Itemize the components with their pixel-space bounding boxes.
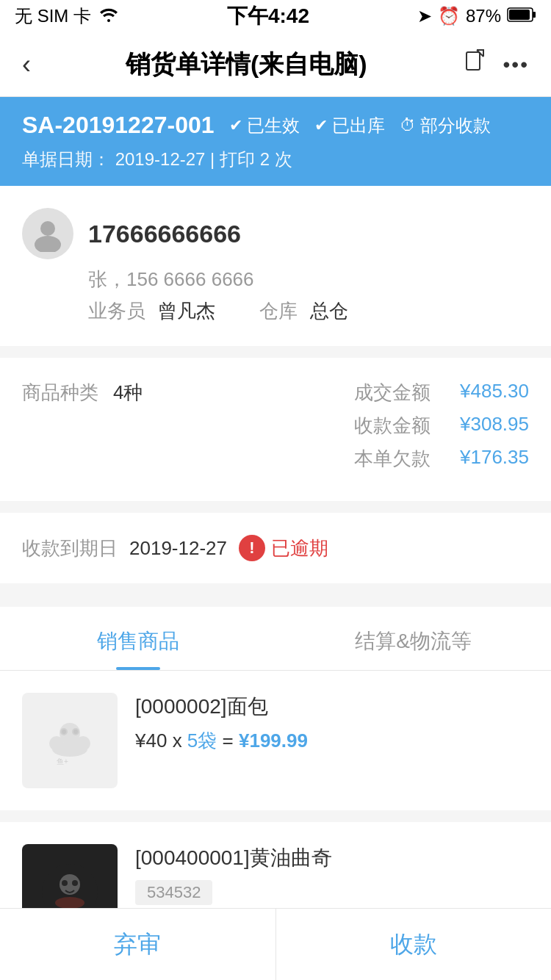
svg-rect-3 [467, 52, 480, 70]
badge-shipped: ✔ 已出库 [314, 114, 385, 137]
more-button[interactable]: ••• [503, 53, 529, 76]
amount-row: 成交金额 ¥485.30 [354, 380, 529, 406]
badge-effective: ✔ 已生效 [229, 114, 300, 137]
avatar [22, 208, 73, 259]
debt-label: 本单欠款 [354, 446, 431, 472]
battery-text: 87% [466, 6, 501, 26]
svg-text:鱼+: 鱼+ [57, 757, 68, 765]
svg-point-21 [72, 880, 78, 886]
section-divider [0, 595, 551, 607]
product-price-1: ¥40 x 5袋 = ¥199.99 [135, 728, 529, 754]
battery-icon [507, 6, 536, 26]
product-tag-2: 534532 [135, 880, 212, 905]
warehouse-label: 仓库 [259, 300, 298, 322]
list-item: 鱼+ [0000002]面包 ¥40 x 5袋 = ¥199.99 [0, 671, 551, 810]
print-info: | 打印 2 次 [210, 149, 292, 169]
product-thumbnail-1: 鱼+ [22, 693, 118, 788]
product-total-1: ¥199.99 [239, 729, 308, 752]
svg-rect-2 [509, 10, 530, 20]
location-icon: ➤ [417, 6, 432, 26]
shipped-icon: ✔ [314, 116, 328, 135]
tab-settlement[interactable]: 结算&物流等 [276, 607, 551, 670]
status-bar-time: 下午4:42 [227, 2, 309, 30]
effective-icon: ✔ [229, 116, 242, 135]
status-bar-left: 无 SIM 卡 [15, 4, 119, 28]
date-label: 单据日期： [22, 149, 110, 169]
product-name-2: [000400001]黄油曲奇 [135, 844, 529, 872]
overdue-badge: ! 已逾期 [239, 535, 328, 561]
svg-point-20 [62, 880, 68, 886]
header-banner: SA-20191227-001 ✔ 已生效 ✔ 已出库 ⏱ 部分收款 单据日期：… [0, 97, 551, 186]
amount-label: 成交金额 [354, 380, 431, 406]
svg-rect-1 [533, 12, 536, 18]
customer-name: 张，156 6666 6666 [88, 267, 529, 292]
svg-point-5 [40, 221, 55, 236]
svg-point-18 [55, 897, 84, 909]
nav-bar-right: ••• [462, 48, 529, 81]
nav-bar: ‹ 销货单详情(来自电脑) ••• [0, 32, 551, 97]
debt-row: 本单欠款 ¥176.35 [354, 446, 529, 472]
page-title: 销货单详情(来自电脑) [126, 48, 367, 82]
received-label: 收款金额 [354, 413, 431, 439]
type-count: 4种 [113, 380, 143, 406]
amount-value: ¥485.30 [460, 380, 529, 406]
summary-section: 商品种类 4种 成交金额 ¥485.30 收款金额 ¥308.95 本单欠款 ¥… [0, 358, 551, 501]
overdue-text: 已逾期 [271, 536, 328, 561]
received-value: ¥308.95 [460, 413, 529, 439]
back-button[interactable]: ‹ [22, 49, 31, 80]
status-bar: 无 SIM 卡 下午4:42 ➤ ⏰ 87% [0, 0, 551, 32]
header-date-info: 单据日期： 2019-12-27 | 打印 2 次 [22, 148, 529, 171]
nav-bar-left: ‹ [22, 49, 31, 80]
sales-value: 曾凡杰 [158, 300, 215, 322]
header-banner-top: SA-20191227-001 ✔ 已生效 ✔ 已出库 ⏱ 部分收款 [22, 112, 529, 139]
share-button[interactable] [462, 48, 489, 81]
product-name-1: [0000002]面包 [135, 693, 529, 721]
confirm-payment-button[interactable]: 收款 [276, 909, 552, 980]
tab-sales-products[interactable]: 销售商品 [0, 607, 276, 670]
type-label: 商品种类 [22, 380, 98, 406]
customer-section: 17666666666 张，156 6666 6666 业务员 曾凡杰 仓库 总… [0, 186, 551, 346]
partial-payment-icon: ⏱ [400, 116, 416, 135]
customer-phone: 17666666666 [88, 220, 241, 248]
svg-point-6 [35, 236, 61, 252]
due-date: 2019-12-27 [129, 537, 227, 560]
tabs-row: 销售商品 结算&物流等 [0, 607, 551, 670]
tabs-section: 销售商品 结算&物流等 [0, 607, 551, 671]
product-qty-1: 5袋 [187, 729, 217, 752]
sales-meta: 业务员 曾凡杰 [88, 298, 215, 324]
svg-point-11 [52, 742, 87, 757]
status-bar-right: ➤ ⏰ 87% [417, 6, 536, 26]
svg-point-14 [62, 729, 66, 734]
carrier-text: 无 SIM 卡 [15, 4, 91, 28]
cancel-button[interactable]: 弃审 [0, 909, 276, 980]
due-section: 收款到期日 2019-12-27 ! 已逾期 [0, 513, 551, 583]
product-info-1: [0000002]面包 ¥40 x 5袋 = ¥199.99 [135, 693, 529, 754]
badge-partial-payment: ⏱ 部分收款 [400, 114, 491, 137]
summary-grid: 商品种类 4种 成交金额 ¥485.30 收款金额 ¥308.95 本单欠款 ¥… [22, 380, 529, 479]
summary-right: 成交金额 ¥485.30 收款金额 ¥308.95 本单欠款 ¥176.35 [354, 380, 529, 479]
wifi-icon [98, 6, 119, 26]
debt-value: ¥176.35 [460, 446, 529, 472]
received-row: 收款金额 ¥308.95 [354, 413, 529, 439]
summary-left: 商品种类 4种 [22, 380, 143, 406]
warehouse-meta: 仓库 总仓 [259, 298, 348, 324]
warehouse-value: 总仓 [310, 300, 348, 322]
order-date: 2019-12-27 [115, 149, 206, 169]
due-label: 收款到期日 [22, 536, 118, 561]
customer-meta: 业务员 曾凡杰 仓库 总仓 [88, 298, 529, 324]
customer-row: 17666666666 [22, 208, 529, 259]
order-id: SA-20191227-001 [22, 112, 215, 139]
svg-point-15 [73, 729, 78, 734]
overdue-icon: ! [239, 535, 265, 561]
bottom-bar: 弃审 收款 [0, 908, 551, 980]
alarm-icon: ⏰ [438, 6, 460, 26]
sales-label: 业务员 [88, 300, 145, 322]
